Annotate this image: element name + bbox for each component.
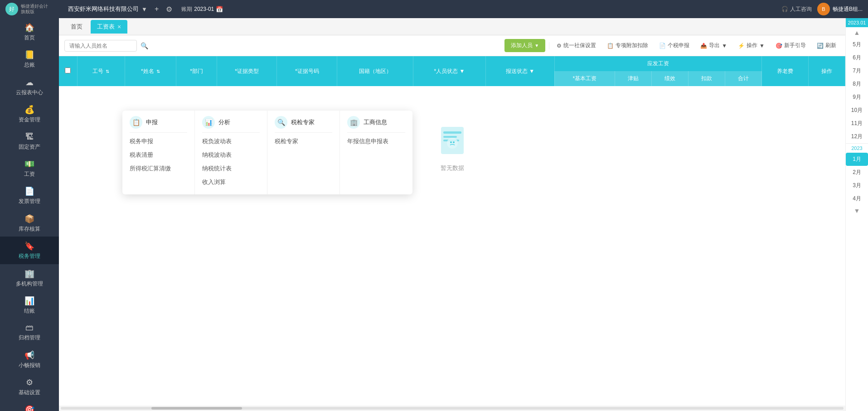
date-month-4[interactable]: 4月 [846, 192, 868, 205]
toolbar-action-shebao[interactable]: ⚙ 统一社保设置 [553, 40, 600, 51]
th-gonghao[interactable]: 工号 ⇅ [77, 56, 125, 86]
category-gongshang: 🏢 工商信息 年报信息申报表 [340, 111, 412, 194]
sidebar-item-assets[interactable]: 🏗 固定资产 [0, 128, 59, 155]
search-button[interactable]: 🔍 [141, 42, 148, 49]
search-input[interactable] [64, 40, 137, 52]
sidebar-item-settings[interactable]: ⚙ 基础设置 [0, 373, 59, 400]
th-checkbox[interactable] [59, 56, 77, 86]
th-yanglaofei[interactable]: 养老费 [762, 56, 809, 86]
th-caozuo[interactable]: 操作 [808, 56, 845, 86]
tab-salary-sheet[interactable]: 工资表 × [91, 20, 127, 34]
item-shuiwushenbao[interactable]: 税务申报 [130, 136, 187, 146]
toolbar-action-zhuanxiang[interactable]: 📋 专项附加扣除 [603, 40, 652, 51]
th-yingfa: 应发工资 [554, 56, 761, 71]
svg-rect-1 [443, 131, 461, 134]
th-baosongzhuangtai[interactable]: 报送状态 ▼ [486, 56, 555, 86]
date-month-5[interactable]: 5月 [846, 38, 868, 51]
date-month-11[interactable]: 11月 [846, 117, 868, 130]
item-shouru[interactable]: 收入浏算 [202, 177, 260, 187]
item-suodeshui[interactable]: 所得税汇算清缴 [130, 164, 187, 174]
sidebar-item-ledger[interactable]: 📒 总账 [0, 45, 59, 73]
period-label: 账期 [181, 5, 192, 13]
sidebar-item-archive[interactable]: 🗃 归档管理 [0, 319, 59, 345]
assets-icon: 🏗 [25, 132, 34, 142]
item-nashuitongjibiao[interactable]: 纳税统计表 [202, 164, 260, 174]
item-nashuibodonbiao[interactable]: 纳税波动表 [202, 150, 260, 160]
add-person-btn[interactable]: 添加人员 ▼ [504, 39, 545, 52]
logo-text: 畅捷通好会计 旗舰版 [21, 4, 48, 15]
date-month-3[interactable]: 3月 [846, 179, 868, 192]
settings-btn[interactable]: ⚙ [164, 3, 174, 15]
sidebar-item-multi[interactable]: 🏢 多机构管理 [0, 264, 59, 291]
date-month-2[interactable]: 2月 [846, 166, 868, 179]
sidebar-item-invoice[interactable]: 📄 发票管理 [0, 182, 59, 209]
date-month-7[interactable]: 7月 [846, 64, 868, 77]
toolbar-action-geshuishenbao[interactable]: 📄 个税申报 [655, 40, 693, 51]
date-panel-header: 2023.01 [846, 18, 868, 27]
toolbar-action-guide[interactable]: 🎯 新手引导 [772, 40, 810, 51]
th-zhengjuhao[interactable]: *证据号码 [277, 56, 337, 86]
date-month-6[interactable]: 6月 [846, 51, 868, 64]
th-renyuanzhuangtai[interactable]: *人员状态 ▼ [413, 56, 485, 86]
category-header-shuijian: 🔍 税检专家 [275, 116, 332, 133]
content-area: 首页 工资表 × 🔍 添加人员 ▼ ⚙ 统一社保设置 📋 专项附加扣除 [59, 18, 845, 411]
svg-point-4 [447, 138, 458, 149]
toolbar-action-export[interactable]: 📤 导出 ▼ [697, 40, 731, 51]
toolbar-action-refresh[interactable]: 🔄 刷新 [813, 40, 840, 51]
date-nav-up[interactable]: ▲ [852, 27, 862, 38]
sidebar-item-xiaochang[interactable]: 📢 小畅报销 [0, 346, 59, 373]
add-company-btn[interactable]: + [153, 3, 160, 15]
company-selector[interactable]: 西安虾米网络科技有限公司 ▼ [68, 5, 147, 13]
th-xingming[interactable]: *姓名 ⇅ [125, 56, 176, 86]
th-bumen[interactable]: *部门 [176, 56, 217, 86]
calendar-icon[interactable]: 📅 [216, 6, 223, 13]
svg-point-6 [453, 141, 455, 143]
add-person-dropdown-icon: ▼ [534, 43, 539, 48]
date-month-1-current[interactable]: 1月 [846, 153, 868, 166]
date-month-10[interactable]: 10月 [846, 104, 868, 117]
zhuanxiang-icon: 📋 [607, 43, 614, 49]
sidebar-label-tax: 税务管理 [19, 253, 40, 259]
fenxi-items: 税负波动表 纳税波动表 纳税统计表 收入浏算 [202, 136, 260, 187]
date-month-8[interactable]: 8月 [846, 77, 868, 91]
scroll-thumb[interactable] [151, 407, 242, 410]
sidebar-item-tax[interactable]: 🔖 税务管理 [0, 237, 59, 264]
item-shuibiaoquingce[interactable]: 税表清册 [130, 150, 187, 160]
sidebar-item-salary[interactable]: 💵 工资 [0, 155, 59, 182]
header-actions: + ⚙ [153, 3, 174, 15]
sidebar-label-assets: 固定资产 [19, 144, 40, 150]
empty-icon [434, 122, 470, 159]
gongshang-items: 年报信息申报表 [347, 136, 405, 146]
ledger-icon: 📒 [24, 50, 34, 60]
filter-icon-baosong: ▼ [529, 68, 534, 74]
shuijian-items: 税检专家 [275, 136, 332, 146]
sidebar-item-home[interactable]: 🏠 首页 [0, 18, 59, 45]
date-month-9[interactable]: 9月 [846, 91, 868, 104]
toolbar-action-operate[interactable]: ⚡ 操作 ▼ [734, 40, 768, 51]
tab-close-icon[interactable]: × [117, 23, 121, 30]
sidebar-item-guide[interactable]: 🎯 新手引导 [0, 400, 59, 411]
item-nianbao[interactable]: 年报信息申报表 [347, 136, 405, 146]
sidebar-item-close[interactable]: 📊 结账 [0, 291, 59, 319]
th-zhengjuleixing[interactable]: *证据类型 [217, 56, 277, 86]
th-hoji: 合计 [725, 71, 761, 86]
scroll-track[interactable] [61, 407, 844, 410]
sidebar-item-funds[interactable]: 💰 资金管理 [0, 100, 59, 127]
item-shuifubodonbiao[interactable]: 税负波动表 [202, 136, 260, 146]
select-all-checkbox[interactable] [65, 68, 71, 73]
date-year-2023: 2023 [846, 143, 868, 153]
sidebar-item-inventory[interactable]: 📦 库存核算 [0, 209, 59, 237]
item-shuijian-zhuanjia[interactable]: 税检专家 [275, 136, 332, 146]
date-nav-down[interactable]: ▼ [852, 205, 862, 216]
tab-home[interactable]: 首页 [64, 20, 89, 34]
user-area[interactable]: B 畅捷通B组... [817, 3, 863, 15]
service-btn[interactable]: 🎧 人工咨询 [781, 5, 812, 13]
sidebar-item-cloud[interactable]: ☁ 云报表中心 [0, 73, 59, 100]
th-guoji[interactable]: 国籍（地区） [337, 56, 413, 86]
svg-point-5 [450, 141, 452, 143]
date-month-12[interactable]: 12月 [846, 130, 868, 143]
sidebar: 🏠 首页 📒 总账 ☁ 云报表中心 💰 资金管理 🏗 固定资产 💵 工资 📄 发… [0, 18, 59, 411]
bottom-scrollbar[interactable] [59, 406, 845, 411]
th-jibengongzi: *基本工资 [554, 71, 615, 86]
cloud-icon: ☁ [25, 77, 34, 87]
